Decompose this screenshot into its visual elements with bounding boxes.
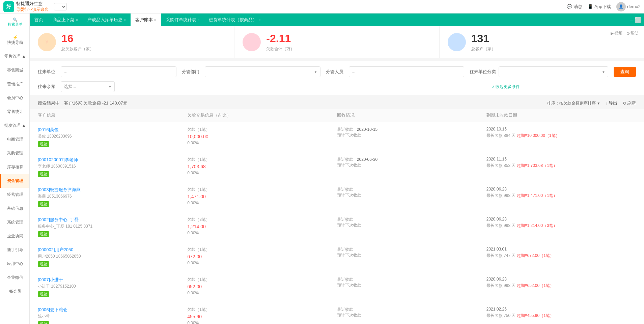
tab-products[interactable]: 商品上下架 × xyxy=(48,13,83,26)
due-cell-2: 2020.06.23 最长欠款 998 天 超期¥1,471.00（1笔） xyxy=(486,187,636,199)
sidebar-item-retail-mall[interactable]: 零售商城 xyxy=(0,63,29,77)
tab-inbound-close[interactable]: × xyxy=(124,18,126,22)
tab-products-close[interactable]: × xyxy=(76,18,78,22)
balance-select[interactable]: 选择... ▼ xyxy=(61,81,115,92)
sidebar-item-marketing[interactable]: 营销推广 xyxy=(0,77,29,91)
customer-name-2[interactable]: [0003]畅捷服务尹海燕 xyxy=(38,187,81,192)
message-icon: 💬 xyxy=(567,4,572,9)
debt-cell-5: 欠款（1笔） 652.00 0.00% xyxy=(187,277,337,295)
demo-selector[interactable] xyxy=(54,3,67,10)
customer-name-4[interactable]: [000002]用户2050 xyxy=(38,247,74,252)
sidebar-item-wholesale[interactable]: 批发管理 ▲ xyxy=(0,119,29,132)
tab-home[interactable]: 首页 xyxy=(30,13,48,26)
sidebar-item-quick-nav[interactable]: ⚡ 快捷导航 xyxy=(0,31,29,50)
customer-name-3[interactable]: [0002]服务中心_丁磊 xyxy=(38,217,79,222)
customer-name-0[interactable]: [0016]吴俊 xyxy=(38,127,59,132)
sidebar-item-enterprise[interactable]: 企业协同 xyxy=(0,229,29,243)
tab-inbound-stats[interactable]: 进货单统计表（按商品） × xyxy=(204,13,265,26)
tab-inbound[interactable]: 产成品入库单历史 × xyxy=(83,13,131,26)
unit-classify-select[interactable]: ▼ xyxy=(499,66,608,77)
customer-cell-5: [0007]小进干 小进干 18279152100 现销 xyxy=(38,277,187,297)
quick-nav-icon: ⚡ xyxy=(2,35,28,40)
sidebar-item-member[interactable]: 会员中心 xyxy=(0,91,29,105)
status-badge-6: 现销 xyxy=(38,321,49,324)
recovery-note-5: 预计下次收款 xyxy=(337,283,486,288)
sidebar-item-finance[interactable]: 资金管理 xyxy=(0,174,29,188)
sidebar-item-system[interactable]: 系统管理 xyxy=(0,215,29,229)
sidebar-item-basic-info[interactable]: 基础信息 xyxy=(0,202,29,215)
app-download-btn[interactable]: 📱 App下载 xyxy=(588,4,611,10)
tab-purchase-stats-close[interactable]: × xyxy=(198,18,200,22)
manager-input[interactable]: ··· xyxy=(349,66,465,77)
sidebar-item-retail-stats[interactable]: 零售统计 xyxy=(0,105,29,119)
sidebar-item-purchase[interactable]: 采购管理 xyxy=(0,146,29,160)
overdue-link-0[interactable]: 超期¥10,000.00（1笔） xyxy=(517,133,560,138)
maximize-icon[interactable]: ⬜ xyxy=(635,17,641,23)
sidebar-search[interactable]: 🔍 搜索菜单 xyxy=(0,13,29,31)
sidebar-item-ecommerce[interactable]: 电商管理 xyxy=(0,132,29,146)
guide-label: 新手引导 xyxy=(2,247,28,253)
sidebar-item-inventory[interactable]: 库存核算 xyxy=(0,160,29,174)
customer-name-6[interactable]: [0006]去下粮仓 xyxy=(38,307,67,312)
message-btn[interactable]: 💬 消息 xyxy=(567,4,582,10)
debt-customers-info: 16 总欠款客户（家） xyxy=(61,32,94,52)
collapse-btn[interactable]: ∧ 收起更多条件 xyxy=(492,84,520,90)
filter-unit-classify: 往来单位分类 ▼ xyxy=(470,66,608,77)
minimize-icon[interactable]: – xyxy=(630,17,633,23)
app-subtitle[interactable]: 母婴行业演示账套 xyxy=(16,7,49,12)
sidebar-item-vip[interactable]: 畅会员 xyxy=(0,285,29,298)
sort-select[interactable]: 排序：按欠款金额倒序排序 ▼ xyxy=(547,100,600,106)
app-download-icon: 📱 xyxy=(588,4,593,9)
stats-bar: ¥ 16 总欠款客户（家） ◇ -2.11 欠款合计（万） xyxy=(30,26,644,58)
search-button[interactable]: 查询 xyxy=(614,67,636,77)
export-btn[interactable]: ↑ 导出 xyxy=(606,100,618,106)
due-date-5: 2020.06.23 xyxy=(486,277,636,282)
top-bar: 好 畅捷通好生意 母婴行业演示账套 💬 消息 📱 App下载 👤 demo2 xyxy=(0,0,644,13)
refresh-btn[interactable]: ↻ 刷新 xyxy=(623,100,636,106)
user-avatar-btn[interactable]: 👤 demo2 xyxy=(616,2,641,11)
sidebar-item-wechat[interactable]: 企业微信 xyxy=(0,271,29,285)
export-icon: ↑ xyxy=(606,101,608,106)
export-label: 导出 xyxy=(609,100,617,106)
col-recovery: 回收情况 xyxy=(337,112,486,118)
logo-text: 畅捷通好生意 xyxy=(16,1,49,7)
avatar-img: 👤 xyxy=(619,4,623,9)
sidebar-item-retail-mgmt[interactable]: 零售管理 ▲ xyxy=(0,50,29,63)
svg-rect-4 xyxy=(452,40,455,46)
overdue-link-6[interactable]: 超期¥455.90（1笔） xyxy=(517,313,554,318)
tab-customer-account[interactable]: 客户账本 × xyxy=(131,13,161,26)
customer-sub-0: 吴俊 13026203696 xyxy=(38,134,187,139)
overdue-link-3[interactable]: 超期¥1,214.00（3笔） xyxy=(517,223,557,228)
recovery-label-6: 最近收款 xyxy=(337,307,486,313)
overdue-link-2[interactable]: 超期¥1,471.00（1笔） xyxy=(517,193,557,198)
overdue-link-4[interactable]: 超期¥672.00（1笔） xyxy=(517,253,554,258)
sidebar-item-guide[interactable]: 新手引导 xyxy=(0,243,29,257)
customer-name-5[interactable]: [0007]小进干 xyxy=(38,277,63,282)
status-badge-2: 现销 xyxy=(38,201,49,207)
tab-customer-account-close[interactable]: × xyxy=(154,18,156,22)
table-row: [000002]用户2050 用户2050 18665062050 现销 欠款（… xyxy=(30,242,644,272)
overdue-link-5[interactable]: 超期¥652.00（1笔） xyxy=(517,283,554,288)
finance-label: 资金管理 xyxy=(2,178,28,184)
recovery-cell-3: 最近收款 预计下次收款 xyxy=(337,217,486,228)
debt-amount-0: 10,000.00 xyxy=(187,134,337,139)
tab-purchase-stats[interactable]: 采购订单统计表 × xyxy=(161,13,204,26)
due-date-4: 2021.03.01 xyxy=(486,247,636,252)
inventory-label: 库存核算 xyxy=(2,164,28,170)
customer-name-1[interactable]: [0001020001]李老师 xyxy=(38,157,78,162)
help-btn[interactable]: ⊙ 帮助 xyxy=(626,30,639,36)
tab-inbound-stats-close[interactable]: × xyxy=(258,18,260,22)
source-unit-input[interactable]: ··· xyxy=(61,66,176,77)
overdue-days-2: 最长欠款 998 天 超期¥1,471.00（1笔） xyxy=(486,193,636,199)
recovery-label-2: 最近收款 xyxy=(337,187,486,193)
vip-label: 畅会员 xyxy=(2,289,28,294)
overdue-link-1[interactable]: 超期¥1,703.68（1笔） xyxy=(517,163,557,168)
tab-inbound-stats-label: 进货单统计表（按商品） xyxy=(209,17,257,23)
debt-ratio-1: 0.00% xyxy=(187,171,337,175)
dept-select[interactable]: ▼ xyxy=(205,66,320,77)
debt-cell-3: 欠款（3笔） 1,214.00 0.00% xyxy=(187,217,337,235)
sidebar-item-operations[interactable]: 经营管理 xyxy=(0,188,29,202)
refresh-icon: ↻ xyxy=(623,101,626,106)
video-btn[interactable]: ▶ 视频 xyxy=(611,30,622,36)
sidebar-item-appstore[interactable]: 应用中心 xyxy=(0,257,29,271)
